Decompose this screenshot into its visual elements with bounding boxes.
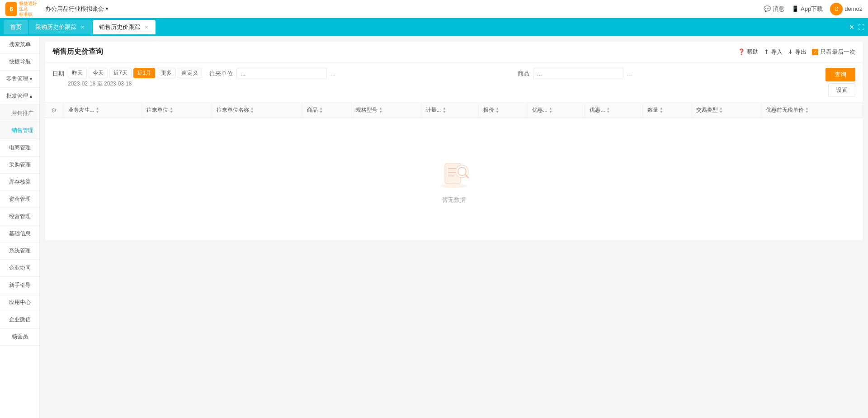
tab-sales-price[interactable]: 销售历史价跟踪 ✕ [93, 20, 156, 34]
sidebar-item-marketing-label: 营销推广 [12, 109, 33, 117]
close-tab-sales-icon[interactable]: ✕ [143, 24, 149, 30]
filter-bar: 日期 昨天 今天 近7天 近1月 更多 自定义 2023-02-18 至 202… [45, 62, 863, 103]
import-button[interactable]: ⬆ 导入 [764, 48, 783, 56]
goods-input[interactable] [533, 68, 623, 79]
export-button[interactable]: ⬇ 导出 [788, 48, 807, 56]
close-window-icon[interactable]: ✕ [849, 24, 854, 31]
sidebar-item-member[interactable]: 畅会员 [0, 328, 39, 346]
sidebar-item-app-center[interactable]: 应用中心 [0, 294, 39, 311]
avatar: D [830, 3, 843, 15]
sort-icon: ▲▼ [443, 107, 446, 114]
company-selector[interactable]: 办公用品行业模拟账套 ▾ [42, 3, 112, 15]
table-col-biz-date[interactable]: 业务发生... ▲▼ [63, 103, 142, 118]
expand-window-icon[interactable]: ⛶ [858, 24, 864, 31]
table-header-row: ⚙ 业务发生... ▲▼ 往来 [45, 103, 863, 118]
app-download-button[interactable]: 📱 App下载 [792, 5, 823, 13]
date-btn-custom[interactable]: 自定义 [178, 68, 202, 78]
sidebar-item-sales-mgmt-label: 销售管理 [12, 127, 33, 134]
sidebar-item-inventory-label: 库存核算 [9, 178, 31, 186]
sidebar-item-enterprise-wechat-label: 企业微信 [9, 316, 31, 323]
sidebar-item-inventory[interactable]: 库存核算 [0, 174, 39, 191]
sidebar-item-quick-nav-label: 快捷导航 [9, 58, 31, 66]
sidebar-item-enterprise-collab-label: 企业协同 [9, 264, 31, 272]
table-col-spec[interactable]: 规格型号 ▲▼ [351, 103, 421, 118]
table-col-quote[interactable]: 报价 ▲▼ [478, 103, 527, 118]
table-col-partner-name[interactable]: 往来单位名称 ▲▼ [212, 103, 302, 118]
sort-icon: ▲▼ [250, 107, 254, 114]
empty-illustration [436, 154, 472, 190]
close-tab-purchase-icon[interactable]: ✕ [79, 24, 85, 30]
sidebar-item-purchase[interactable]: 采购管理 [0, 157, 39, 174]
settings-button[interactable]: 设置 [828, 83, 855, 97]
app-logo: 6 畅捷通好生意 标准版 [5, 1, 42, 17]
goods-filter-group: 商品 ... [518, 68, 818, 79]
sidebar-item-retail[interactable]: 零售管理 ▼ [0, 71, 39, 88]
sidebar-item-purchase-label: 采购管理 [9, 161, 31, 169]
main-layout: 搜索菜单 快捷导航 零售管理 ▼ 批发管理 ▲ 营销推广 销售管理 电商管理 采… [0, 36, 868, 418]
sidebar-item-search[interactable]: 搜索菜单 [0, 36, 39, 53]
export-icon: ⬇ [788, 48, 793, 55]
sidebar-item-enterprise-collab[interactable]: 企业协同 [0, 260, 39, 277]
page-header: 销售历史价查询 ❓ 帮助 ⬆ 导入 ⬇ 导出 [45, 42, 863, 62]
sidebar-item-search-label: 搜索菜单 [9, 41, 31, 48]
content-area: 销售历史价查询 ❓ 帮助 ⬆ 导入 ⬇ 导出 [40, 36, 868, 418]
date-btn-7days[interactable]: 近7天 [109, 68, 132, 78]
page-card: 销售历史价查询 ❓ 帮助 ⬆ 导入 ⬇ 导出 [45, 42, 863, 240]
sidebar-item-beginner-label: 新手引导 [9, 281, 31, 289]
table-col-trade-type[interactable]: 交易类型 ▲▼ [691, 103, 761, 118]
table-col-settings[interactable]: ⚙ [45, 103, 63, 118]
sort-icon: ▲▼ [495, 107, 499, 114]
tab-purchase-price[interactable]: 采购历史价跟踪 ✕ [29, 20, 92, 34]
date-filter-group: 日期 昨天 今天 近7天 近1月 更多 自定义 2023-02-18 至 202… [52, 68, 202, 88]
date-label: 日期 [52, 68, 64, 78]
table-col-discount2[interactable]: 优惠... ▲▼ [585, 103, 642, 118]
partner-label: 往来单位 [209, 70, 233, 78]
download-icon: 📱 [792, 5, 799, 12]
sidebar-item-member-label: 畅会员 [12, 333, 28, 341]
sort-icon: ▲▼ [319, 107, 323, 114]
sidebar-item-ecommerce[interactable]: 电商管理 [0, 139, 39, 157]
empty-state: 暂无数据 [45, 118, 863, 240]
table-col-goods[interactable]: 商品 ▲▼ [302, 103, 351, 118]
table-col-partner[interactable]: 往来单位 ▲▼ [142, 103, 212, 118]
gear-icon: ⚙ [51, 107, 57, 114]
sidebar-item-enterprise-wechat[interactable]: 企业微信 [0, 311, 39, 328]
sidebar-item-beginner[interactable]: 新手引导 [0, 277, 39, 294]
sidebar-item-marketing[interactable]: 营销推广 [0, 105, 39, 122]
sidebar-item-quick-nav[interactable]: 快捷导航 [0, 53, 39, 71]
help-button[interactable]: ❓ 帮助 [738, 48, 759, 56]
query-button[interactable]: 查询 [826, 68, 855, 81]
only-last-checkbox[interactable]: ✓ 只看最后一次 [812, 48, 855, 56]
sidebar-item-basic-info[interactable]: 基础信息 [0, 225, 39, 242]
sidebar-item-wholesale-label: 批发管理 [6, 92, 28, 100]
table-col-pretax-price[interactable]: 优惠前无税单价 ▲▼ [761, 103, 863, 118]
sidebar-item-operations[interactable]: 经营管理 [0, 208, 39, 225]
chevron-down-icon: ▾ [106, 6, 108, 11]
date-btn-today[interactable]: 今天 [89, 68, 108, 78]
sidebar-item-finance-label: 资金管理 [9, 195, 31, 203]
table-col-qty[interactable]: 数量 ▲▼ [642, 103, 691, 118]
user-menu-button[interactable]: D demo2 [830, 3, 863, 15]
table-col-unit[interactable]: 计量... ▲▼ [421, 103, 478, 118]
tab-home[interactable]: 首页 [4, 20, 28, 34]
date-options: 昨天 今天 近7天 近1月 更多 自定义 2023-02-18 至 2023-0… [68, 68, 202, 88]
sidebar-item-retail-label: 零售管理 [6, 75, 28, 83]
sidebar-item-sales-mgmt[interactable]: 销售管理 [0, 122, 39, 139]
sort-icon: ▲▼ [549, 107, 552, 114]
sort-icon: ▲▼ [805, 107, 809, 114]
table-col-discount1[interactable]: 优惠... ▲▼ [527, 103, 585, 118]
partner-input[interactable] [236, 68, 327, 79]
sidebar-item-system[interactable]: 系统管理 [0, 242, 39, 260]
date-btn-1month[interactable]: 近1月 [133, 68, 156, 78]
page-content: 销售历史价查询 ❓ 帮助 ⬆ 导入 ⬇ 导出 [40, 36, 868, 418]
chevron-down-icon: ▼ [29, 76, 33, 81]
date-btn-yesterday[interactable]: 昨天 [68, 68, 87, 78]
sidebar-item-finance[interactable]: 资金管理 [0, 191, 39, 208]
date-btn-more[interactable]: 更多 [157, 68, 176, 78]
sidebar-item-wholesale[interactable]: 批发管理 ▲ [0, 88, 39, 105]
sidebar-item-operations-label: 经营管理 [9, 213, 31, 220]
message-icon: 💬 [764, 5, 771, 12]
message-button[interactable]: 💬 消息 [764, 5, 784, 13]
sort-icon: ▲▼ [170, 107, 173, 114]
sort-icon: ▲▼ [379, 107, 382, 114]
